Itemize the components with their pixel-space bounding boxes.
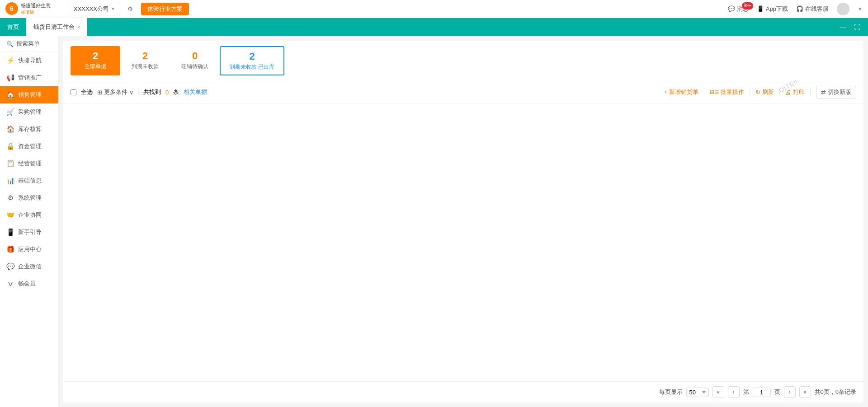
summary-tab-all[interactable]: 2 全部单据 bbox=[71, 46, 120, 75]
sidebar-icon-marketing: 📢 bbox=[6, 74, 14, 82]
summary-label-overdue: 到期未收款 bbox=[132, 63, 159, 70]
filter-count-label: 共找到 bbox=[143, 88, 161, 96]
sidebar-search[interactable]: 🔍 搜索菜单 bbox=[0, 36, 58, 52]
select-all-label: 全选 bbox=[81, 88, 93, 96]
sidebar-label-weixin: 企业微信 bbox=[18, 262, 42, 271]
filter-chevron-icon: ∨ bbox=[129, 89, 134, 96]
sidebar-item-system[interactable]: ⚙ 系统管理 bbox=[0, 189, 58, 206]
select-all-checkbox[interactable] bbox=[71, 89, 76, 95]
sidebar-item-app-center[interactable]: 🎁 应用中心 bbox=[0, 241, 58, 258]
add-sales-order-button[interactable]: + 新增销货单 bbox=[664, 88, 698, 96]
tab-minimize-button[interactable]: — bbox=[837, 22, 848, 33]
per-page-label: 每页显示 bbox=[659, 388, 683, 396]
sidebar-item-inventory[interactable]: 🏠 库存核算 bbox=[0, 121, 58, 138]
sidebar-item-member[interactable]: V 畅会员 bbox=[0, 275, 58, 292]
tab-maximize-button[interactable]: ⛶ bbox=[852, 22, 863, 33]
refresh-icon: ↻ bbox=[755, 89, 760, 96]
refresh-button[interactable]: ↻ 刷新 bbox=[755, 88, 774, 96]
message-button[interactable]: 💬 消息 99+ bbox=[728, 5, 749, 13]
filter-button[interactable]: ⊞ 更多条件 ∨ bbox=[97, 88, 134, 96]
page-prev-button[interactable]: ‹ bbox=[728, 386, 740, 398]
sidebar-item-weixin[interactable]: 💬 企业微信 bbox=[0, 258, 58, 275]
online-service-icon: 🎧 bbox=[796, 5, 803, 12]
summary-tab-overdue[interactable]: 2 到期未收款 bbox=[120, 46, 170, 75]
per-page-select[interactable]: 102050100 bbox=[686, 388, 709, 397]
company-selector[interactable]: XXXXXX公司 ▼ bbox=[69, 3, 120, 15]
sidebar-label-operations: 经营管理 bbox=[18, 159, 42, 168]
total-label: 共0页，0条记录 bbox=[815, 388, 856, 396]
toolbar-divider bbox=[138, 89, 139, 95]
sidebar-icon-operations: 📋 bbox=[6, 159, 14, 168]
sidebar-label-quick-nav: 快捷导航 bbox=[18, 56, 42, 65]
message-icon: 💬 bbox=[728, 5, 735, 12]
batch-label: 批量操作 bbox=[721, 88, 744, 96]
switch-new-version-button[interactable]: ⇄ 切换新版 bbox=[816, 86, 856, 98]
sidebar-icon-system: ⚙ bbox=[6, 194, 14, 202]
filter-unit-label: 条 bbox=[173, 88, 179, 96]
summary-tab-overdue-out[interactable]: 2 到期未收款 已出库 bbox=[220, 46, 284, 75]
summary-tab-wangpu[interactable]: 0 旺铺待确认 bbox=[170, 46, 220, 75]
summary-count-all: 2 bbox=[93, 50, 98, 62]
sidebar-icon-purchase: 🛒 bbox=[6, 108, 14, 116]
sidebar-icon-cooperation: 🤝 bbox=[6, 211, 14, 219]
page-label: 第 bbox=[743, 388, 749, 396]
summary-label-wangpu: 旺铺待确认 bbox=[181, 63, 208, 70]
refresh-label: 刷新 bbox=[762, 88, 774, 96]
company-dropdown-arrow: ▼ bbox=[111, 6, 115, 11]
sidebar-item-basic-info[interactable]: 📊 基础信息 bbox=[0, 172, 58, 189]
print-icon: 🖨 bbox=[785, 89, 791, 96]
logo-tag: 标准版 bbox=[21, 9, 51, 15]
print-button[interactable]: 🖨 打印 bbox=[785, 88, 805, 96]
summary-count-overdue-out: 2 bbox=[250, 51, 255, 62]
print-label: 打印 bbox=[793, 88, 805, 96]
sidebar-icon-guide: 📱 bbox=[6, 228, 14, 236]
summary-label-overdue-out: 到期未收款 已出库 bbox=[230, 63, 274, 71]
tab-home[interactable]: 首页 bbox=[0, 18, 26, 36]
related-records-button[interactable]: 相关单据 bbox=[184, 88, 207, 96]
page-number-input[interactable] bbox=[753, 388, 771, 397]
page-next-button[interactable]: › bbox=[784, 386, 796, 398]
page-first-button[interactable]: « bbox=[712, 386, 724, 398]
sidebar-item-sales[interactable]: 🏠 销售管理 bbox=[0, 86, 58, 103]
sidebar-item-marketing[interactable]: 📢 营销推广 bbox=[0, 69, 58, 86]
app-download-button[interactable]: 📱 App下载 bbox=[757, 5, 788, 13]
sidebar-item-guide[interactable]: 📱 新手引导 bbox=[0, 224, 58, 241]
summary-count-overdue: 2 bbox=[142, 50, 148, 62]
try-industry-button[interactable]: 体验行业方案 bbox=[141, 3, 189, 15]
batch-operation-button[interactable]: ⊟⊟ 批量操作 bbox=[710, 88, 744, 96]
online-service-button[interactable]: 🎧 在线客服 bbox=[796, 5, 829, 13]
logo-area: 6 畅捷通好生意 标准版 bbox=[5, 2, 64, 15]
sidebar-icon-app-center: 🎁 bbox=[6, 245, 14, 253]
sidebar-icon-member: V bbox=[6, 280, 14, 288]
sidebar-item-cooperation[interactable]: 🤝 企业协同 bbox=[0, 206, 58, 224]
batch-icon: ⊟⊟ bbox=[710, 89, 719, 95]
summary-tabs: 2 全部单据2 到期未收款0 旺铺待确认2 到期未收款 已出库 bbox=[63, 41, 863, 81]
sidebar-label-inventory: 库存核算 bbox=[18, 125, 42, 133]
logo-text: 畅捷通好生意 bbox=[21, 2, 51, 9]
sidebar-item-purchase[interactable]: 🛒 采购管理 bbox=[0, 103, 58, 121]
tab-close-icon[interactable]: × bbox=[77, 24, 80, 30]
tab-bar: 首页 钱货日清工作台 × — ⛶ bbox=[0, 18, 868, 36]
sidebar-item-finance[interactable]: 🔒 资金管理 bbox=[0, 138, 58, 155]
sidebar-item-operations[interactable]: 📋 经营管理 bbox=[0, 155, 58, 172]
toolbar-divider-2 bbox=[704, 89, 704, 95]
content-inner: 2 全部单据2 到期未收款0 旺铺待确认2 到期未收款 已出库 全选 ⊞ 更多条… bbox=[63, 41, 863, 402]
sidebar-label-sales: 销售管理 bbox=[18, 91, 42, 99]
sidebar-item-quick-nav[interactable]: ⚡ 快捷导航 bbox=[0, 52, 58, 69]
sidebar-icon-finance: 🔒 bbox=[6, 142, 14, 150]
sidebar-label-purchase: 采购管理 bbox=[18, 108, 42, 116]
avatar[interactable] bbox=[837, 3, 849, 15]
page-last-button[interactable]: » bbox=[799, 386, 811, 398]
sidebar-items-container: ⚡ 快捷导航📢 营销推广🏠 销售管理🛒 采购管理🏠 库存核算🔒 资金管理📋 经营… bbox=[0, 52, 58, 292]
toolbar-right: + 新增销货单 ⊟⊟ 批量操作 ↻ 刷新 🖨 打印 ⇄ bbox=[664, 86, 856, 98]
settings-icon[interactable]: ⚙ bbox=[124, 3, 137, 15]
toolbar-divider-3 bbox=[750, 89, 750, 95]
sidebar-label-finance: 资金管理 bbox=[18, 142, 42, 150]
tab-work-bench[interactable]: 钱货日清工作台 × bbox=[26, 18, 87, 36]
app-download-icon: 📱 bbox=[757, 5, 764, 12]
tab-label: 钱货日清工作台 bbox=[33, 23, 75, 31]
page-end-label: 页 bbox=[774, 388, 780, 396]
sidebar-label-marketing: 营销推广 bbox=[18, 74, 42, 82]
user-name-area[interactable]: ▼ bbox=[858, 6, 863, 12]
search-icon: 🔍 bbox=[6, 41, 14, 47]
